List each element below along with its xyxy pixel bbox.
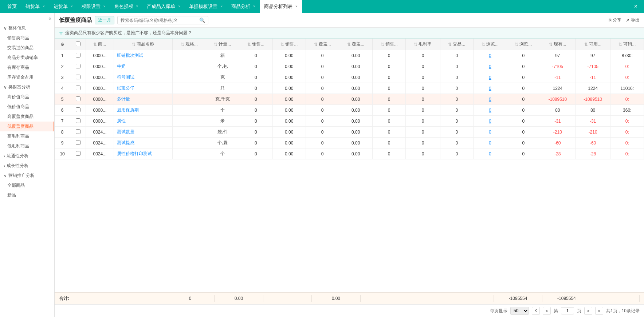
table-container[interactable]: ⚙ ⇅ 商...	[55, 39, 644, 292]
nav-role[interactable]: 角色授权 ×	[110, 0, 143, 13]
close-sales-tab[interactable]: ×	[43, 0, 45, 13]
cell-name[interactable]: 启用保质期	[114, 105, 172, 116]
cell-checkbox[interactable]	[70, 83, 86, 94]
views1-link[interactable]: 0	[489, 108, 491, 113]
views1-link[interactable]: 0	[489, 64, 491, 69]
cell-name[interactable]: 旺铺批次测试	[114, 50, 172, 61]
first-page-button[interactable]: K	[532, 307, 540, 315]
row-checkbox[interactable]	[76, 118, 80, 123]
close-role-tab[interactable]: ×	[136, 0, 138, 13]
sidebar-item-high-coverage[interactable]: 高覆盖度商品	[0, 112, 54, 122]
cell-checkbox[interactable]	[70, 148, 86, 159]
cell-name[interactable]: 属性价格打印测试	[114, 148, 172, 159]
nav-sales[interactable]: 销货单 ×	[21, 0, 49, 13]
close-goods-analysis-tab[interactable]: ×	[253, 0, 255, 13]
sidebar-item-category-rate[interactable]: 商品分类动销率	[0, 53, 54, 63]
cell-name[interactable]: 测试数量	[114, 127, 172, 138]
cell-views1[interactable]: 0	[474, 138, 507, 148]
last-page-button[interactable]: »	[595, 307, 603, 315]
window-close-button[interactable]: ×	[631, 3, 641, 10]
nav-stock-in[interactable]: 产成品入库单 ×	[142, 0, 185, 13]
sidebar-section-wealth[interactable]: ∨ 类财富分析	[0, 82, 54, 92]
row-checkbox[interactable]	[76, 86, 80, 90]
sidebar-section-marketing[interactable]: ∨ 营销推广分析	[0, 171, 54, 181]
share-button[interactable]: ⎘ 分享	[609, 17, 621, 23]
next-page-button[interactable]: >	[584, 307, 592, 315]
cell-checkbox[interactable]	[70, 94, 86, 105]
prev-page-button[interactable]: <	[543, 307, 551, 315]
cell-name[interactable]: 测试提成	[114, 138, 172, 148]
sidebar-item-low-value[interactable]: 低价值商品	[0, 102, 54, 112]
per-page-select[interactable]: 50 20 100	[510, 307, 529, 315]
cell-views1[interactable]: 0	[474, 105, 507, 116]
sidebar-item-sales-goods[interactable]: 销售类商品	[0, 33, 54, 43]
col-settings[interactable]: ⚙	[55, 39, 70, 50]
sidebar-section-circulation[interactable]: › 流通性分析	[0, 151, 54, 161]
sidebar-item-traded-goods[interactable]: 交易过的商品	[0, 43, 54, 53]
views1-link[interactable]: 0	[489, 130, 491, 135]
row-checkbox[interactable]	[76, 96, 80, 101]
cell-views1[interactable]: 0	[474, 72, 507, 83]
cell-views1[interactable]: 0	[474, 127, 507, 138]
row-checkbox[interactable]	[76, 75, 80, 79]
filter-recent-month-button[interactable]: 近一月	[95, 16, 114, 24]
sidebar-section-growth[interactable]: › 成长性分析	[0, 161, 54, 171]
sidebar-item-new-goods[interactable]: 新品	[0, 190, 54, 200]
close-goods-analysis-list-tab[interactable]: ×	[295, 0, 298, 13]
nav-goods-analysis-list[interactable]: 商品分析列表 ×	[260, 0, 302, 13]
cell-checkbox[interactable]	[70, 127, 86, 138]
cell-views1[interactable]: 0	[474, 83, 507, 94]
row-checkbox[interactable]	[76, 64, 80, 68]
views1-link[interactable]: 0	[489, 97, 491, 102]
views1-link[interactable]: 0	[489, 75, 491, 80]
cell-views1[interactable]: 0	[474, 148, 507, 159]
nav-goods-analysis[interactable]: 商品分析 ×	[227, 0, 260, 13]
views1-link[interactable]: 0	[489, 151, 491, 156]
views1-link[interactable]: 0	[489, 119, 491, 124]
search-input[interactable]	[121, 18, 198, 23]
row-checkbox[interactable]	[76, 151, 80, 156]
cell-name[interactable]: 牛奶	[114, 61, 172, 72]
cell-checkbox[interactable]	[70, 105, 86, 116]
views1-link[interactable]: 0	[489, 140, 491, 146]
sidebar-item-low-coverage[interactable]: 低覆盖度商品	[0, 122, 54, 131]
sidebar-item-high-value[interactable]: 高价值商品	[0, 92, 54, 102]
nav-permission[interactable]: 权限设置 ×	[77, 0, 110, 13]
col-checkbox[interactable]	[70, 39, 86, 50]
select-all-checkbox[interactable]	[76, 41, 80, 46]
cell-name[interactable]: 符号测试	[114, 72, 172, 83]
cell-views1[interactable]: 0	[474, 61, 507, 72]
cell-checkbox[interactable]	[70, 61, 86, 72]
sidebar-item-low-margin[interactable]: 低毛利商品	[0, 141, 54, 151]
cell-checkbox[interactable]	[70, 116, 86, 127]
cell-views1[interactable]: 0	[474, 94, 507, 105]
views1-link[interactable]: 0	[489, 86, 491, 91]
close-permission-tab[interactable]: ×	[103, 0, 106, 13]
views1-link[interactable]: 0	[489, 53, 491, 58]
close-stock-in-tab[interactable]: ×	[178, 0, 180, 13]
sidebar-item-in-stock[interactable]: 有库存商品	[0, 63, 54, 72]
sidebar-section-overall[interactable]: ∨ 整体信息	[0, 23, 54, 33]
sidebar-toggle[interactable]: «	[0, 13, 54, 23]
cell-name[interactable]: 属性	[114, 116, 172, 127]
sidebar-item-all-goods[interactable]: 全部商品	[0, 181, 54, 190]
cell-views1[interactable]: 0	[474, 116, 507, 127]
close-purchase-tab[interactable]: ×	[71, 0, 73, 13]
row-checkbox[interactable]	[76, 140, 80, 145]
sidebar-item-high-margin[interactable]: 高毛利商品	[0, 131, 54, 141]
cell-checkbox[interactable]	[70, 138, 86, 148]
current-page-input[interactable]	[561, 307, 574, 314]
nav-home[interactable]: 首页	[3, 0, 21, 13]
cell-views1[interactable]: 0	[474, 50, 507, 61]
cell-checkbox[interactable]	[70, 72, 86, 83]
nav-template[interactable]: 单据模板设置 ×	[185, 0, 227, 13]
close-template-tab[interactable]: ×	[220, 0, 223, 13]
row-checkbox[interactable]	[76, 129, 80, 134]
nav-purchase[interactable]: 进货单 ×	[49, 0, 77, 13]
cell-name[interactable]: 多计量	[114, 94, 172, 105]
export-button[interactable]: ↗ 导出	[626, 17, 640, 23]
cell-name[interactable]: 眠宝公仔	[114, 83, 172, 94]
cell-checkbox[interactable]	[70, 50, 86, 61]
sidebar-item-stock-fund[interactable]: 库存资金占用	[0, 72, 54, 82]
row-checkbox[interactable]	[76, 53, 80, 58]
